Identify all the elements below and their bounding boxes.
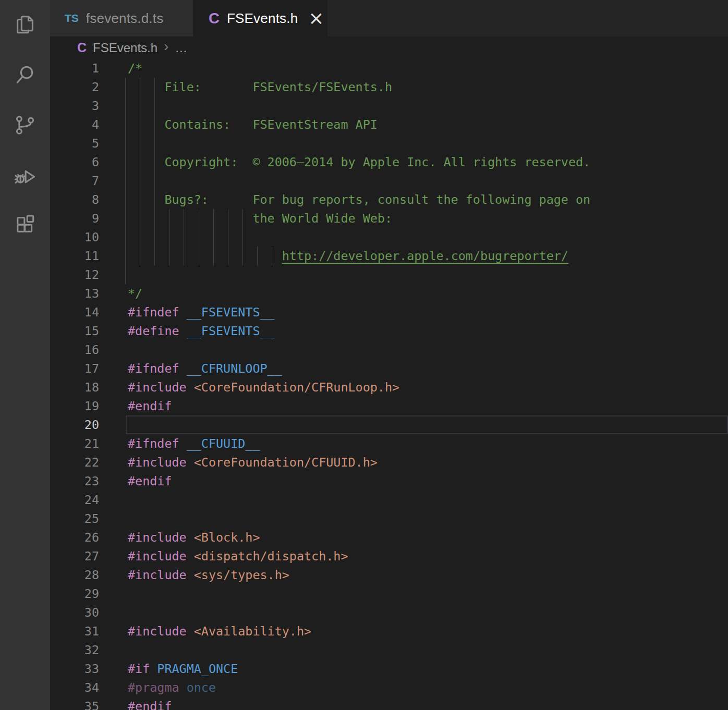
code-line[interactable]: 16 xyxy=(50,340,728,359)
line-number[interactable]: 24 xyxy=(50,491,99,509)
code-text[interactable]: Bugs?: For bug reports, consult the foll… xyxy=(128,192,590,207)
code-line[interactable]: 26#include <Block.h> xyxy=(50,528,728,547)
line-number[interactable]: 14 xyxy=(50,303,99,322)
code-line[interactable]: 33#if PRAGMA_ONCE xyxy=(50,659,728,678)
code-line[interactable]: 10 xyxy=(50,228,728,247)
code-line[interactable]: 4 Contains: FSEventStream API xyxy=(50,115,728,134)
line-number[interactable]: 1 xyxy=(50,59,99,78)
code-line[interactable]: 17#ifndef __CFRUNLOOP__ xyxy=(50,359,728,378)
line-number[interactable]: 3 xyxy=(50,96,99,115)
code-text[interactable]: #include <Block.h> xyxy=(128,530,260,545)
line-number[interactable]: 16 xyxy=(50,340,99,359)
breadcrumb-symbol-ellipsis[interactable]: … xyxy=(175,41,188,55)
code-text[interactable]: the World Wide Web: xyxy=(128,211,392,226)
code-text[interactable]: #include <CoreFoundation/CFUUID.h> xyxy=(128,455,378,470)
line-number[interactable]: 6 xyxy=(50,153,99,172)
explorer-icon[interactable] xyxy=(0,0,50,50)
code-line[interactable]: 18#include <CoreFoundation/CFRunLoop.h> xyxy=(50,378,728,397)
code-line[interactable]: 5 xyxy=(50,134,728,153)
line-number[interactable]: 22 xyxy=(50,453,99,472)
line-number[interactable]: 25 xyxy=(50,509,99,528)
line-number[interactable]: 30 xyxy=(50,603,99,622)
line-number[interactable]: 33 xyxy=(50,659,99,678)
code-text[interactable]: #endif xyxy=(128,399,172,413)
search-icon[interactable] xyxy=(0,50,50,100)
code-text[interactable]: #pragma once xyxy=(128,680,216,695)
code-text[interactable]: #ifndef __FSEVENTS__ xyxy=(128,305,275,320)
code-text[interactable]: #if PRAGMA_ONCE xyxy=(128,662,238,676)
code-text[interactable]: #endif xyxy=(128,699,172,710)
code-text[interactable]: #endif xyxy=(128,474,172,488)
line-number[interactable]: 8 xyxy=(50,190,99,209)
run-and-debug-icon[interactable] xyxy=(0,150,50,200)
line-number[interactable]: 20 xyxy=(50,415,99,434)
breadcrumb-file[interactable]: FSEvents.h xyxy=(93,41,157,55)
line-number[interactable]: 21 xyxy=(50,434,99,453)
code-line[interactable]: 11 http://developer.apple.com/bugreporte… xyxy=(50,247,728,265)
code-line[interactable]: 3 xyxy=(50,96,728,115)
line-number[interactable]: 15 xyxy=(50,322,99,340)
line-number[interactable]: 27 xyxy=(50,547,99,566)
code-text[interactable]: */ xyxy=(128,286,142,301)
code-text[interactable]: #include <CoreFoundation/CFRunLoop.h> xyxy=(128,380,399,395)
line-number[interactable]: 5 xyxy=(50,134,99,153)
code-text[interactable]: #ifndef __CFUUID__ xyxy=(128,436,260,451)
code-line[interactable]: 23#endif xyxy=(50,472,728,491)
line-number[interactable]: 31 xyxy=(50,622,99,641)
code-line[interactable]: 1/* xyxy=(50,59,728,78)
line-number[interactable]: 2 xyxy=(50,78,99,96)
code-text[interactable]: #include <Availability.h> xyxy=(128,624,311,639)
extensions-icon[interactable] xyxy=(0,200,50,250)
code-text[interactable]: File: FSEvents/FSEvents.h xyxy=(128,80,392,94)
line-number[interactable]: 34 xyxy=(50,678,99,697)
code-text[interactable]: Copyright: © 2006–2014 by Apple Inc. All… xyxy=(128,155,590,169)
tab-fsevents-h[interactable]: C FSEvents.h × xyxy=(193,0,327,36)
code-line[interactable]: 27#include <dispatch/dispatch.h> xyxy=(50,547,728,566)
close-icon[interactable]: × xyxy=(308,9,324,28)
code-line[interactable]: 30 xyxy=(50,603,728,622)
line-number[interactable]: 23 xyxy=(50,472,99,491)
code-line[interactable]: 8 Bugs?: For bug reports, consult the fo… xyxy=(50,190,728,209)
tab-fsevents-d-ts[interactable]: TS fsevents.d.ts xyxy=(50,0,193,36)
line-number[interactable]: 4 xyxy=(50,115,99,134)
code-line[interactable]: 6 Copyright: © 2006–2014 by Apple Inc. A… xyxy=(50,153,728,172)
line-number[interactable]: 18 xyxy=(50,378,99,397)
line-number[interactable]: 17 xyxy=(50,359,99,378)
code-text[interactable]: #include <sys/types.h> xyxy=(128,568,289,582)
code-text[interactable]: #ifndef __CFRUNLOOP__ xyxy=(128,361,282,376)
comment-link[interactable]: http://developer.apple.com/bugreporter/ xyxy=(282,249,568,263)
line-number[interactable]: 11 xyxy=(50,247,99,265)
code-line[interactable]: 19#endif xyxy=(50,397,728,415)
line-number[interactable]: 32 xyxy=(50,641,99,659)
code-line[interactable]: 20 xyxy=(50,415,728,434)
line-number[interactable]: 9 xyxy=(50,209,99,228)
code-text[interactable]: #include <dispatch/dispatch.h> xyxy=(128,549,348,564)
code-text[interactable]: http://developer.apple.com/bugreporter/ xyxy=(128,249,568,263)
code-line[interactable]: 32 xyxy=(50,641,728,659)
code-line[interactable]: 24 xyxy=(50,491,728,509)
code-line[interactable]: 21#ifndef __CFUUID__ xyxy=(50,434,728,453)
code-line[interactable]: 31#include <Availability.h> xyxy=(50,622,728,641)
line-number[interactable]: 26 xyxy=(50,528,99,547)
line-number[interactable]: 12 xyxy=(50,265,99,284)
code-line[interactable]: 14#ifndef __FSEVENTS__ xyxy=(50,303,728,322)
code-line[interactable]: 9 the World Wide Web: xyxy=(50,209,728,228)
source-control-icon[interactable] xyxy=(0,100,50,150)
code-line[interactable]: 15#define __FSEVENTS__ xyxy=(50,322,728,340)
line-number[interactable]: 29 xyxy=(50,584,99,603)
code-line[interactable]: 2 File: FSEvents/FSEvents.h xyxy=(50,78,728,96)
code-line[interactable]: 34#pragma once xyxy=(50,678,728,697)
code-line[interactable]: 13*/ xyxy=(50,284,728,303)
line-number[interactable]: 28 xyxy=(50,566,99,584)
code-line[interactable]: 35#endif xyxy=(50,697,728,710)
code-text[interactable]: /* xyxy=(128,61,142,76)
code-line[interactable]: 28#include <sys/types.h> xyxy=(50,566,728,584)
line-number[interactable]: 35 xyxy=(50,697,99,710)
code-line[interactable]: 29 xyxy=(50,584,728,603)
code-line[interactable]: 7 xyxy=(50,172,728,190)
code-line[interactable]: 12 xyxy=(50,265,728,284)
code-text[interactable]: #define __FSEVENTS__ xyxy=(128,324,275,338)
code-line[interactable]: 25 xyxy=(50,509,728,528)
line-number[interactable]: 7 xyxy=(50,172,99,190)
line-number[interactable]: 10 xyxy=(50,228,99,247)
